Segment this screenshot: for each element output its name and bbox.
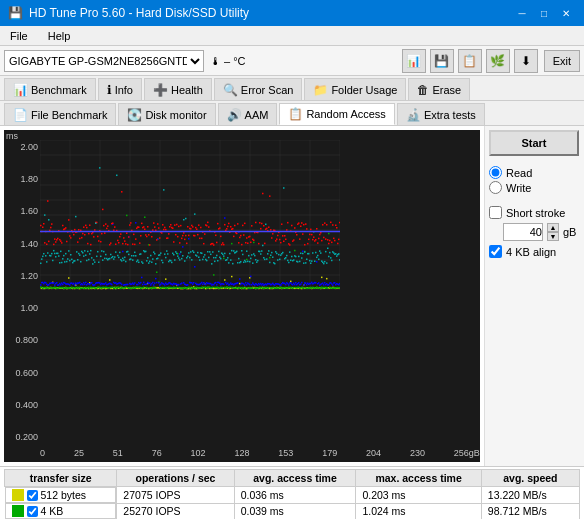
exit-button[interactable]: Exit: [544, 50, 580, 72]
write-label: Write: [506, 182, 531, 194]
icon-btn-4[interactable]: 🌿: [486, 49, 510, 73]
color-indicator-1: [12, 505, 24, 517]
start-button[interactable]: Start: [489, 130, 579, 156]
y-label-4: 1.20: [20, 271, 38, 281]
tab-extra-tests-label: Extra tests: [424, 109, 476, 121]
four-kb-align-text: 4 KB align: [506, 246, 556, 258]
row-checkbox-1[interactable]: [27, 506, 38, 517]
toolbar-icons: 📊 💾 📋 🌿 ⬇: [402, 49, 538, 73]
cell-avg-0: 0.036 ms: [234, 487, 356, 504]
y-label-7: 0.600: [15, 368, 38, 378]
tab-folder-usage[interactable]: 📁 Folder Usage: [304, 78, 406, 100]
cell-max-0: 0.203 ms: [356, 487, 481, 504]
table-row: 512 bytes 27075 IOPS 0.036 ms 0.203 ms 1…: [5, 487, 580, 504]
icon-btn-2[interactable]: 💾: [430, 49, 454, 73]
tab-info[interactable]: ℹ Info: [98, 78, 142, 100]
col-header-transfer-size: transfer size: [5, 470, 117, 487]
row-label-0: 512 bytes: [41, 489, 87, 501]
error-scan-icon: 🔍: [223, 83, 238, 97]
x-label-9: 230: [410, 448, 425, 458]
four-kb-align-label[interactable]: 4 KB align: [489, 245, 580, 258]
disk-monitor-icon: 💽: [127, 108, 142, 122]
tab-health-label: Health: [171, 84, 203, 96]
short-stroke-input[interactable]: [503, 223, 543, 241]
short-stroke-text: Short stroke: [506, 207, 565, 219]
tab-erase[interactable]: 🗑 Erase: [408, 78, 470, 100]
main-content: ms 2.00 1.80 1.60 1.40 1.20 1.00 0.800 0…: [0, 126, 584, 466]
tab-health[interactable]: ➕ Health: [144, 78, 212, 100]
tab-disk-monitor-label: Disk monitor: [145, 109, 206, 121]
thermometer-icon: 🌡: [210, 55, 221, 67]
cell-speed-1: 98.712 MB/s: [481, 503, 579, 519]
col-header-max-access: max. access time: [356, 470, 481, 487]
cell-max-1: 1.024 ms: [356, 503, 481, 519]
cell-label-0: 512 bytes: [5, 487, 117, 503]
short-stroke-checkbox[interactable]: [489, 206, 502, 219]
x-label-6: 153: [278, 448, 293, 458]
tab-error-scan[interactable]: 🔍 Error Scan: [214, 78, 303, 100]
read-label: Read: [506, 167, 532, 179]
y-label-1: 1.80: [20, 174, 38, 184]
drive-select[interactable]: GIGABYTE GP-GSM2NE8256GNTD (256): [4, 50, 204, 72]
tab-random-access-label: Random Access: [306, 108, 385, 120]
info-icon: ℹ: [107, 83, 112, 97]
close-button[interactable]: ✕: [556, 4, 576, 22]
icon-btn-3[interactable]: 📋: [458, 49, 482, 73]
tab-benchmark[interactable]: 📊 Benchmark: [4, 78, 96, 100]
tab-file-benchmark[interactable]: 📄 File Benchmark: [4, 103, 116, 125]
y-label-2: 1.60: [20, 206, 38, 216]
title-bar-controls: ─ □ ✕: [512, 4, 576, 22]
row-checkbox-0[interactable]: [27, 490, 38, 501]
title-bar-left: 💾 HD Tune Pro 5.60 - Hard Disk/SSD Utili…: [8, 6, 249, 20]
erase-icon: 🗑: [417, 83, 429, 97]
x-label-4: 102: [191, 448, 206, 458]
x-label-8: 204: [366, 448, 381, 458]
icon-btn-5[interactable]: ⬇: [514, 49, 538, 73]
x-label-3: 76: [152, 448, 162, 458]
temp-display: 🌡 – °C: [210, 55, 246, 67]
y-label-6: 0.800: [15, 335, 38, 345]
spin-down-button[interactable]: ▼: [547, 232, 559, 241]
four-kb-align-checkbox[interactable]: [489, 245, 502, 258]
file-benchmark-icon: 📄: [13, 108, 28, 122]
tab-benchmark-label: Benchmark: [31, 84, 87, 96]
tab-disk-monitor[interactable]: 💽 Disk monitor: [118, 103, 215, 125]
short-stroke-label[interactable]: Short stroke: [489, 206, 580, 219]
col-header-avg-access: avg. access time: [234, 470, 356, 487]
spin-up-button[interactable]: ▲: [547, 223, 559, 232]
tab-info-label: Info: [115, 84, 133, 96]
x-label-5: 128: [234, 448, 249, 458]
y-label-0: 2.00: [20, 142, 38, 152]
cell-label-1: 4 KB: [5, 503, 117, 519]
read-radio[interactable]: [489, 166, 502, 179]
col-header-avg-speed: avg. speed: [481, 470, 579, 487]
title-bar: 💾 HD Tune Pro 5.60 - Hard Disk/SSD Utili…: [0, 0, 584, 26]
health-icon: ➕: [153, 83, 168, 97]
chart-area: ms 2.00 1.80 1.60 1.40 1.20 1.00 0.800 0…: [4, 130, 480, 462]
col-header-ops: operations / sec: [117, 470, 234, 487]
right-panel: Start Read Write Short stroke ▲ ▼: [484, 126, 584, 466]
x-label-10: 256gB: [454, 448, 480, 458]
x-label-1: 25: [74, 448, 84, 458]
tab-aam[interactable]: 🔊 AAM: [218, 103, 278, 125]
icon-btn-1[interactable]: 📊: [402, 49, 426, 73]
write-radio-label[interactable]: Write: [489, 181, 580, 194]
tab-erase-label: Erase: [432, 84, 461, 96]
y-label-3: 1.40: [20, 239, 38, 249]
temp-value: – °C: [224, 55, 246, 67]
cell-ops-0: 27075 IOPS: [117, 487, 234, 504]
menu-help[interactable]: Help: [42, 29, 77, 43]
read-radio-label[interactable]: Read: [489, 166, 580, 179]
minimize-button[interactable]: ─: [512, 4, 532, 22]
write-radio[interactable]: [489, 181, 502, 194]
x-label-2: 51: [113, 448, 123, 458]
app-icon: 💾: [8, 6, 23, 20]
tab-extra-tests[interactable]: 🔬 Extra tests: [397, 103, 485, 125]
tab-random-access[interactable]: 📋 Random Access: [279, 103, 394, 125]
window-title: HD Tune Pro 5.60 - Hard Disk/SSD Utility: [29, 6, 249, 20]
x-label-7: 179: [322, 448, 337, 458]
menu-file[interactable]: File: [4, 29, 34, 43]
spin-buttons: ▲ ▼: [547, 223, 559, 241]
results-table: transfer size operations / sec avg. acce…: [4, 469, 580, 519]
maximize-button[interactable]: □: [534, 4, 554, 22]
